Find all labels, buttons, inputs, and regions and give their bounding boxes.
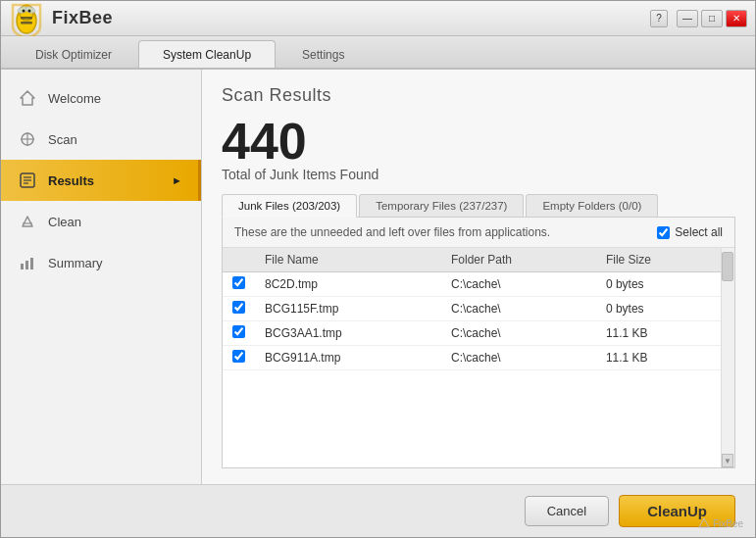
svg-point-6 — [23, 9, 25, 12]
tab-settings[interactable]: Settings — [277, 40, 369, 68]
tab-system-cleanup[interactable]: System CleanUp — [138, 40, 276, 68]
svg-rect-18 — [25, 261, 28, 269]
table-area: File Name Folder Path File Size 8C2D.tmp… — [223, 248, 734, 467]
file-table-scroll[interactable]: File Name Folder Path File Size 8C2D.tmp… — [223, 248, 721, 467]
tab-bar: Disk Optimizer System CleanUp Settings — [1, 36, 755, 70]
title-bar: FixBee ? — □ ✕ — [1, 1, 755, 36]
clean-icon — [17, 211, 38, 232]
title-bar-controls: ? — □ ✕ — [650, 10, 747, 27]
sidebar-results-label: Results — [48, 173, 94, 188]
section-title: Scan Results — [222, 85, 735, 106]
file-panel-header: These are the unneeded and left over fil… — [223, 218, 734, 248]
row-checkbox-cell[interactable] — [223, 346, 255, 370]
file-tab-empty[interactable]: Empty Folders (0/0) — [526, 194, 658, 217]
row-filename: BCG911A.tmp — [255, 346, 441, 370]
select-all-label: Select all — [675, 225, 723, 239]
help-button[interactable]: ? — [650, 10, 668, 27]
file-table-body: 8C2D.tmp C:\cache\ 0 bytes BCG115F.tmp C… — [223, 272, 721, 370]
sidebar-item-clean[interactable]: Clean — [1, 201, 201, 242]
sidebar-scan-label: Scan — [48, 132, 77, 147]
row-filename: 8C2D.tmp — [255, 272, 441, 297]
row-filename: BCG3AA1.tmp — [255, 321, 441, 346]
row-checkbox[interactable] — [232, 350, 245, 363]
sidebar-item-results[interactable]: Results ► — [1, 160, 201, 201]
scan-icon — [17, 128, 38, 150]
watermark-icon — [698, 517, 710, 529]
summary-icon — [17, 252, 38, 273]
row-checkbox[interactable] — [232, 325, 245, 338]
results-icon — [17, 170, 38, 191]
row-path: C:\cache\ — [441, 272, 596, 297]
close-button[interactable]: ✕ — [726, 10, 747, 27]
cancel-button[interactable]: Cancel — [525, 496, 609, 526]
col-header-size: File Size — [596, 248, 721, 272]
table-row: 8C2D.tmp C:\cache\ 0 bytes — [223, 272, 721, 297]
file-tab-temp[interactable]: Temporary Files (237/237) — [359, 194, 524, 217]
sidebar-item-scan[interactable]: Scan — [1, 119, 201, 160]
bottom-bar: Cancel CleanUp — [1, 484, 755, 537]
svg-rect-3 — [21, 22, 32, 24]
file-tab-junk[interactable]: Junk Files (203/203) — [222, 194, 357, 218]
row-filename: BCG115F.tmp — [255, 297, 441, 321]
select-all-checkbox[interactable] — [657, 226, 670, 239]
content-area: Welcome Scan — [1, 70, 755, 484]
panel-description: These are the unneeded and left over fil… — [234, 225, 550, 239]
col-header-path: Folder Path — [441, 248, 596, 272]
svg-point-7 — [28, 9, 31, 12]
watermark: FixBee — [698, 517, 743, 529]
svg-marker-8 — [21, 91, 34, 105]
row-checkbox-cell[interactable] — [223, 297, 255, 321]
row-path: C:\cache\ — [441, 346, 596, 370]
home-icon — [17, 87, 38, 109]
row-path: C:\cache\ — [441, 297, 596, 321]
row-checkbox-cell[interactable] — [223, 272, 255, 297]
file-category-tabs: Junk Files (203/203) Temporary Files (23… — [222, 194, 735, 218]
svg-rect-2 — [21, 17, 32, 20]
row-checkbox-cell[interactable] — [223, 321, 255, 346]
junk-label: Total of Junk Items Found — [222, 167, 735, 182]
row-size: 11.1 KB — [596, 321, 721, 346]
scrollbar-thumb[interactable] — [722, 252, 733, 281]
minimize-button[interactable]: — — [677, 10, 698, 27]
row-size: 11.1 KB — [596, 346, 721, 370]
svg-rect-19 — [30, 258, 33, 269]
table-header-row: File Name Folder Path File Size — [223, 248, 721, 272]
row-path: C:\cache\ — [441, 321, 596, 346]
main-window: FixBee ? — □ ✕ Disk Optimizer System Cle… — [0, 0, 756, 538]
table-row: BCG115F.tmp C:\cache\ 0 bytes — [223, 297, 721, 321]
sidebar-clean-label: Clean — [48, 215, 81, 229]
scrollbar[interactable]: ▼ — [721, 248, 734, 467]
bee-logo-icon — [9, 1, 44, 36]
sidebar-welcome-label: Welcome — [48, 91, 101, 106]
app-title: FixBee — [52, 8, 113, 28]
maximize-button[interactable]: □ — [701, 10, 723, 27]
scrollbar-down-arrow[interactable]: ▼ — [722, 454, 733, 467]
tab-disk-optimizer[interactable]: Disk Optimizer — [11, 40, 136, 68]
table-row: BCG3AA1.tmp C:\cache\ 11.1 KB — [223, 321, 721, 346]
sidebar-summary-label: Summary — [48, 256, 103, 270]
col-header-check — [223, 248, 255, 272]
row-size: 0 bytes — [596, 272, 721, 297]
sidebar-item-summary[interactable]: Summary — [1, 242, 201, 283]
select-all-control[interactable]: Select all — [657, 225, 723, 239]
junk-count: 440 — [222, 116, 735, 167]
watermark-label: FixBee — [713, 518, 743, 529]
svg-marker-20 — [699, 518, 709, 527]
row-size: 0 bytes — [596, 297, 721, 321]
table-row: BCG911A.tmp C:\cache\ 11.1 KB — [223, 346, 721, 370]
app-logo-area: FixBee — [9, 1, 650, 36]
results-chevron-icon: ► — [172, 174, 182, 186]
svg-rect-17 — [21, 264, 24, 269]
file-panel: These are the unneeded and left over fil… — [222, 218, 735, 468]
row-checkbox[interactable] — [232, 301, 245, 314]
sidebar: Welcome Scan — [1, 70, 202, 484]
main-panel: Scan Results 440 Total of Junk Items Fou… — [202, 70, 755, 484]
sidebar-item-welcome[interactable]: Welcome — [1, 77, 201, 119]
col-header-filename: File Name — [255, 248, 441, 272]
row-checkbox[interactable] — [232, 276, 245, 289]
files-table: File Name Folder Path File Size 8C2D.tmp… — [223, 248, 721, 370]
